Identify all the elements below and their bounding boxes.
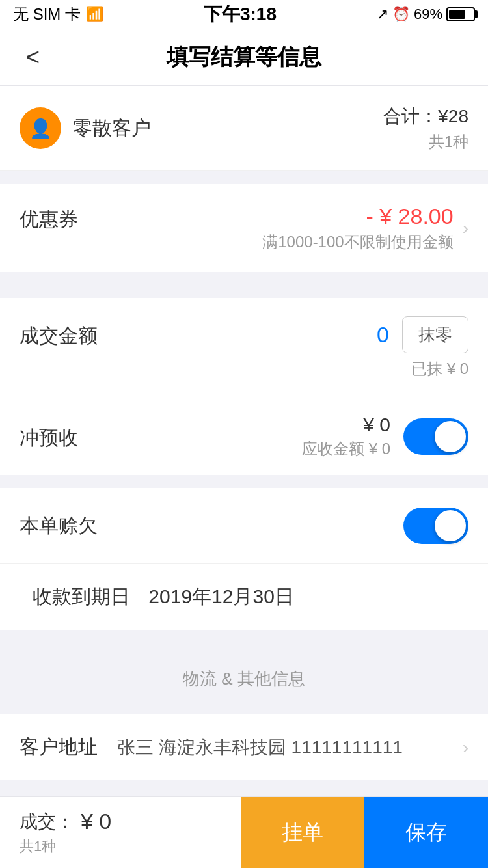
coupon-label: 优惠券 [20,204,78,233]
logistics-label: 物流 & 其他信息 [183,668,305,690]
precollect-toggle[interactable] [403,418,468,455]
deal-amount: ¥ 0 [81,809,111,834]
coupon-value: - ¥ 28.00 满1000-100不限制使用金额 [262,204,453,252]
coupon-desc: 满1000-100不限制使用金额 [262,232,453,252]
precollect-sub: 应收金额 ¥ 0 [302,439,390,459]
save-label: 保存 [405,819,447,847]
due-date-label: 收款到期日 [33,586,130,607]
precollect-row: 冲预收 ¥ 0 应收金额 ¥ 0 [0,398,488,475]
coupon-amount: - ¥ 28.00 [262,204,453,229]
amount-row: 成交金额 0 抹零 [0,298,488,353]
amount-label: 成交金额 [20,320,98,349]
debt-toggle[interactable] [403,508,468,544]
page-title: 填写结算等信息 [167,42,321,72]
status-left: 无 SIM 卡 📶 [13,4,103,25]
customer-count: 共1种 [383,131,468,152]
divider-4 [0,701,488,714]
precollect-label: 冲预收 [20,422,78,452]
precollect-right: ¥ 0 应收金额 ¥ 0 [302,414,468,459]
precollect-amount: ¥ 0 [302,414,390,436]
status-bar: 无 SIM 卡 📶 下午3:18 ↗ ⏰ 69% [0,0,488,29]
customer-row: 👤 零散客户 合计：¥28 共1种 [0,86,488,171]
customer-name: 零散客户 [73,115,151,142]
amount-sub: 已抹 ¥ 0 [0,353,488,398]
debt-toggle-knob [435,510,466,541]
amount-right: 0 抹零 [377,316,468,353]
coupon-section: 优惠券 - ¥ 28.00 满1000-100不限制使用金额 › [0,184,488,272]
bottom-deal-row: 成交： ¥ 0 [20,809,221,834]
nav-bar: < 填写结算等信息 [0,29,488,86]
debt-section: 本单赊欠 收款到期日 2019年12月30日 [0,488,488,630]
customer-left: 👤 零散客户 [20,107,151,149]
hang-button[interactable]: 挂单 [241,797,364,868]
bottom-buttons: 挂单 保存 [241,797,488,868]
person-icon: 👤 [29,118,52,139]
customer-avatar: 👤 [20,107,61,149]
due-date-value: 2019年12月30日 [148,586,293,607]
customer-right: 合计：¥28 共1种 [383,104,468,152]
address-chevron-icon: › [463,737,468,758]
customer-total: 合计：¥28 [383,104,468,129]
toggle-knob [435,421,466,452]
content: 👤 零散客户 合计：¥28 共1种 优惠券 - ¥ 28.00 满1000-10… [0,86,488,868]
carrier-text: 无 SIM 卡 [13,4,81,25]
coupon-right: - ¥ 28.00 满1000-100不限制使用金额 › [262,204,468,252]
status-right: ↗ ⏰ 69% [377,6,475,23]
battery-icon [446,7,475,21]
status-time: 下午3:18 [204,2,277,27]
debt-row: 本单赊欠 [0,488,488,563]
address-label: 客户地址 [20,734,98,761]
chevron-right-icon: › [463,218,468,239]
back-button[interactable]: < [20,37,46,77]
debt-label: 本单赊欠 [20,513,98,539]
address-value: 张三 海淀永丰科技园 11111111111 [117,735,463,760]
divider-3 [0,643,488,656]
transaction-section: 成交金额 0 抹零 已抹 ¥ 0 冲预收 ¥ 0 应收金额 ¥ 0 [0,298,488,475]
divider-1 [0,285,488,298]
amount-value: 0 [377,322,389,347]
battery-percent: 69% [414,6,442,23]
bottom-bar: 成交： ¥ 0 共1种 挂单 保存 [0,796,488,868]
due-date-row: 收款到期日 2019年12月30日 [0,563,488,630]
bottom-summary: 成交： ¥ 0 共1种 [0,809,241,856]
customer-section: 👤 零散客户 合计：¥28 共1种 [0,86,488,171]
coupon-row[interactable]: 优惠券 - ¥ 28.00 满1000-100不限制使用金额 › [0,184,488,272]
alarm-icon: ⏰ [392,6,410,23]
address-section[interactable]: 客户地址 张三 海淀永丰科技园 11111111111 › [0,714,488,780]
deal-label: 成交： [20,809,74,834]
logistics-divider: 物流 & 其他信息 [0,656,488,701]
bottom-count: 共1种 [20,837,221,856]
divider-2 [0,475,488,488]
round-button[interactable]: 抹零 [402,316,468,353]
location-icon: ↗ [377,6,388,23]
precollect-values: ¥ 0 应收金额 ¥ 0 [302,414,390,459]
wifi-icon: 📶 [86,6,103,23]
hang-label: 挂单 [282,819,323,847]
save-button[interactable]: 保存 [364,797,488,868]
